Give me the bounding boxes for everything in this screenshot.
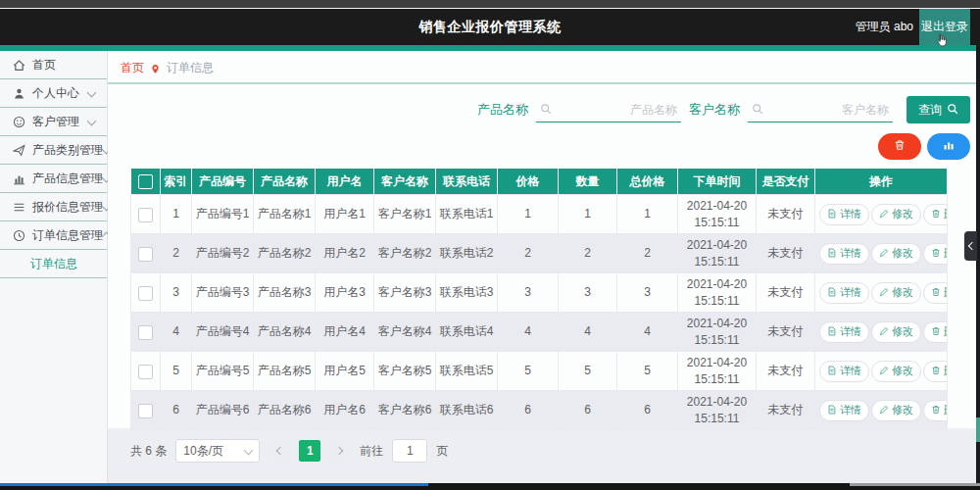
cell: 6 [498,391,559,430]
sidebar-item-customer-mgmt[interactable]: 客户管理 [0,108,107,136]
sidebar-item-product-info-mgmt[interactable]: 产品信息管理 [0,165,107,193]
cell: 产品名称2 [254,234,316,273]
table-row: 4产品编号4产品名称4用户名4客户名称4联系电话44442021-04-20 1… [131,313,948,352]
breadcrumb-home-link[interactable]: 首页 [121,60,144,76]
sidebar-item-label: 报价信息管理 [32,199,103,216]
checkbox-cell [131,313,161,352]
edit-button[interactable]: 修改 [871,400,921,421]
logout-button[interactable]: 退出登录 [919,9,970,45]
prev-page-button[interactable] [269,440,290,462]
search-icon [752,101,763,119]
main-area: 首页 订单信息 产品名称 客户名称 [108,51,980,483]
row-checkbox[interactable] [138,404,153,418]
page-size-select[interactable]: 10条/页 [175,439,260,463]
cell: 未支付 [757,352,815,391]
sidebar-subitem-order-info[interactable]: 订单信息 [0,250,107,278]
trash-icon [931,326,941,338]
sidebar-item-home[interactable]: 首页 [0,51,107,79]
cell: 2021-04-20 15:15:11 [678,273,757,313]
column-header: 产品编号 [192,169,254,195]
query-button[interactable]: 查询 [906,96,970,123]
checkbox-cell [131,352,161,391]
row-checkbox[interactable] [138,325,153,340]
delete-button[interactable]: 删除 [923,282,948,304]
cell: 产品编号2 [192,234,254,273]
edit-button[interactable]: 修改 [871,321,921,343]
cell: 2 [161,234,192,273]
cell: 产品名称4 [254,313,316,352]
collapse-panel-tab[interactable] [964,231,977,261]
cell: 用户名5 [316,352,374,391]
delete-button[interactable]: 删除 [923,400,948,421]
sidebar-item-profile[interactable]: 个人中心 [0,79,107,108]
sidebar-menu: 首页个人中心客户管理产品类别管理产品信息管理报价信息管理订单信息管理订单信息 [0,51,107,278]
sidebar-item-product-category-mgmt[interactable]: 产品类别管理 [0,136,107,165]
edit-button[interactable]: 修改 [871,282,921,304]
list-icon [12,200,26,215]
cell: 2 [617,234,678,273]
cell: 3 [161,273,192,313]
cell: 产品名称6 [254,391,316,430]
edit-button[interactable]: 修改 [871,361,921,382]
cell: 5 [559,352,617,391]
cell: 未支付 [757,273,815,313]
batch-delete-button[interactable] [878,133,921,160]
cell: 客户名称1 [374,195,436,234]
column-header: 是否支付 [757,169,815,195]
detail-button[interactable]: 详情 [819,282,869,304]
cell: 6 [161,391,192,430]
pencil-icon [879,366,889,377]
scrollbar-thumb[interactable] [976,417,980,442]
delete-button[interactable]: 删除 [923,361,948,382]
next-page-button[interactable] [329,440,351,462]
clock-icon [12,228,26,243]
cell: 2 [498,234,559,273]
delete-button[interactable]: 删除 [923,243,948,265]
document-icon [827,209,837,220]
chevron-down-icon [87,87,97,97]
trash-icon [894,139,906,154]
customer-name-input[interactable] [763,103,893,117]
cell: 产品编号6 [192,391,254,430]
detail-button[interactable]: 详情 [819,400,869,421]
chevron-left-icon [967,242,975,250]
detail-button[interactable]: 详情 [819,204,869,225]
goto-page-input[interactable] [392,439,427,463]
row-checkbox[interactable] [138,286,153,301]
page-unit-label: 页 [436,443,448,460]
delete-button[interactable]: 删除 [923,321,948,343]
search-icon [947,103,958,118]
product-name-label: 产品名称 [477,101,528,119]
checkbox-cell [131,195,161,234]
cell: 4 [161,313,192,352]
edit-button[interactable]: 修改 [871,243,921,265]
table-row: 1产品编号1产品名称1用户名1客户名称1联系电话11112021-04-20 1… [131,195,948,234]
column-header: 价格 [498,169,559,195]
page-1-button[interactable]: 1 [299,440,320,462]
product-name-input[interactable] [552,103,681,117]
sidebar-item-order-info-mgmt[interactable]: 订单信息管理 [0,221,107,250]
row-checkbox[interactable] [138,208,153,222]
actions-cell: 详情修改删除 [815,391,948,430]
detail-button[interactable]: 详情 [819,321,869,343]
sidebar: 首页个人中心客户管理产品类别管理产品信息管理报价信息管理订单信息管理订单信息 [0,51,108,483]
table-row: 3产品编号3产品名称3用户名3客户名称3联系电话33332021-04-20 1… [131,273,948,313]
row-checkbox[interactable] [138,247,153,262]
chevron-down-icon [244,445,254,455]
product-name-input-wrap [536,97,681,122]
sidebar-item-label: 订单信息管理 [32,227,103,244]
report-button[interactable] [927,133,970,160]
delete-button[interactable]: 删除 [923,204,948,225]
window-top-strip [0,0,980,9]
row-checkbox[interactable] [138,365,153,379]
cell: 1 [559,195,617,234]
breadcrumb-current: 订单信息 [167,60,214,76]
trash-icon [931,248,941,260]
sidebar-item-quote-info-mgmt[interactable]: 报价信息管理 [0,193,107,221]
app-body: 首页个人中心客户管理产品类别管理产品信息管理报价信息管理订单信息管理订单信息 首… [0,51,980,483]
detail-button[interactable]: 详情 [819,243,869,265]
edit-button[interactable]: 修改 [871,204,921,225]
detail-button[interactable]: 详情 [819,361,869,382]
actions-cell: 详情修改删除 [815,195,948,234]
select-all-checkbox[interactable] [138,174,153,189]
